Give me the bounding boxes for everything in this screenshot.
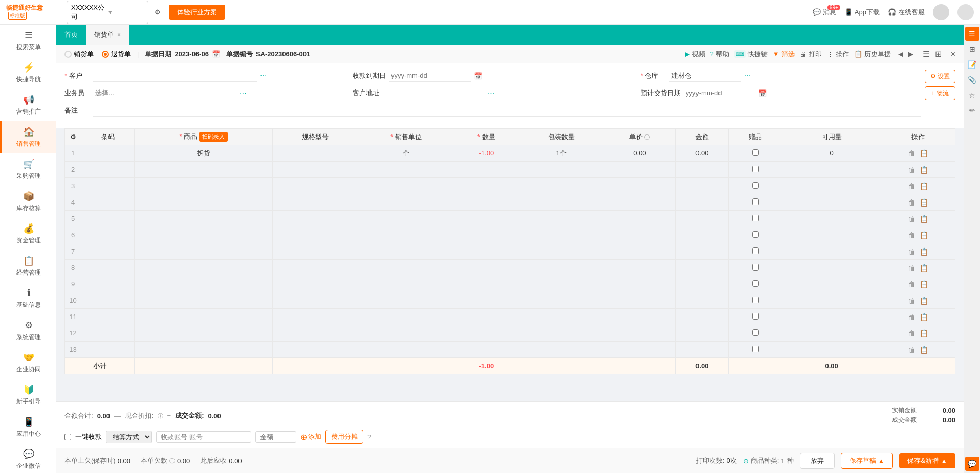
row-gift[interactable] bbox=[729, 342, 782, 358]
row-delete-btn[interactable]: 🗑 bbox=[907, 230, 917, 240]
row-gift[interactable] bbox=[729, 211, 782, 227]
row-spec[interactable] bbox=[272, 260, 358, 276]
row-unit-price[interactable] bbox=[604, 309, 676, 325]
customer-input[interactable] bbox=[93, 70, 257, 82]
row-product[interactable] bbox=[135, 342, 273, 358]
row-product[interactable] bbox=[135, 260, 273, 276]
settlement-method-select[interactable]: 结算方式 bbox=[106, 431, 152, 443]
row-quantity[interactable] bbox=[454, 309, 518, 325]
calendar-icon[interactable]: 📅 bbox=[212, 50, 220, 58]
right-tool-star[interactable]: ☆ bbox=[965, 88, 979, 102]
row-unit[interactable] bbox=[358, 342, 454, 358]
row-unit[interactable]: 个 bbox=[358, 145, 454, 162]
settings-btn[interactable]: ⚙ 设置 bbox=[925, 70, 955, 83]
row-spec[interactable] bbox=[272, 243, 358, 260]
row-barcode[interactable] bbox=[81, 309, 135, 325]
row-amount[interactable]: 0.00 bbox=[676, 145, 729, 162]
expense-split-btn[interactable]: 费用分摊 bbox=[325, 430, 363, 444]
row-spec[interactable] bbox=[272, 162, 358, 178]
row-unit-price[interactable] bbox=[604, 243, 676, 260]
add-payment-btn[interactable]: ⊕ 添加 bbox=[300, 432, 321, 442]
list-view-icon[interactable]: ☰ bbox=[923, 49, 930, 59]
message-btn[interactable]: 💬 消息 99+ bbox=[813, 8, 836, 17]
row-spec[interactable] bbox=[272, 325, 358, 342]
warehouse-input[interactable] bbox=[669, 70, 741, 82]
row-product[interactable] bbox=[135, 276, 273, 292]
row-unit-price[interactable]: 0.00 bbox=[604, 145, 676, 162]
row-pack-qty[interactable] bbox=[518, 342, 604, 358]
row-spec[interactable] bbox=[272, 309, 358, 325]
tab-close-btn[interactable]: × bbox=[117, 31, 121, 38]
row-spec[interactable] bbox=[272, 211, 358, 227]
row-product[interactable] bbox=[135, 211, 273, 227]
right-tool-attachment[interactable]: 📎 bbox=[965, 73, 979, 87]
save-new-btn[interactable]: 保存&新增 ▲ bbox=[899, 453, 955, 468]
row-unit-price[interactable] bbox=[604, 342, 676, 358]
tab-sales-order[interactable]: 销货单 × bbox=[86, 25, 129, 45]
help-btn[interactable]: ? 帮助 bbox=[710, 50, 729, 59]
row-amount[interactable] bbox=[676, 227, 729, 243]
row-gift[interactable] bbox=[729, 276, 782, 292]
row-barcode[interactable] bbox=[81, 342, 135, 358]
row-gift[interactable] bbox=[729, 227, 782, 243]
row-gift[interactable] bbox=[729, 309, 782, 325]
row-unit[interactable] bbox=[358, 325, 454, 342]
row-quantity[interactable] bbox=[454, 292, 518, 309]
row-unit[interactable] bbox=[358, 292, 454, 309]
right-tool-notes[interactable]: 📝 bbox=[965, 57, 979, 72]
row-copy-btn[interactable]: 📋 bbox=[919, 214, 929, 224]
sidebar-item-sales[interactable]: 🏠 销售管理 bbox=[0, 121, 56, 153]
row-barcode[interactable] bbox=[81, 243, 135, 260]
row-copy-btn[interactable]: 📋 bbox=[919, 279, 929, 289]
row-unit[interactable] bbox=[358, 276, 454, 292]
row-quantity[interactable] bbox=[454, 194, 518, 211]
row-barcode[interactable] bbox=[81, 292, 135, 309]
row-amount[interactable] bbox=[676, 260, 729, 276]
row-quantity[interactable] bbox=[454, 260, 518, 276]
row-barcode[interactable] bbox=[81, 260, 135, 276]
row-gift[interactable] bbox=[729, 260, 782, 276]
payment-due-calendar-icon[interactable]: 📅 bbox=[474, 72, 482, 80]
row-barcode[interactable] bbox=[81, 227, 135, 243]
one-click-payment-checkbox[interactable] bbox=[64, 434, 71, 440]
logistics-btn[interactable]: + 物流 bbox=[925, 86, 955, 100]
nav-next-btn[interactable]: ▶ bbox=[908, 50, 913, 58]
row-delete-btn[interactable]: 🗑 bbox=[907, 197, 917, 208]
row-delete-btn[interactable]: 🗑 bbox=[907, 279, 917, 289]
save-draft-btn[interactable]: 保存草稿 ▲ bbox=[841, 453, 894, 469]
app-download-btn[interactable]: 📱 App下载 bbox=[844, 8, 880, 17]
filter-btn[interactable]: ▼ 筛选 bbox=[773, 50, 795, 59]
row-spec[interactable] bbox=[272, 292, 358, 309]
row-quantity[interactable]: -1.00 bbox=[454, 145, 518, 162]
sidebar-item-appcenter[interactable]: 📱 应用中心 bbox=[0, 411, 56, 443]
row-spec[interactable] bbox=[272, 145, 358, 162]
row-unit[interactable] bbox=[358, 178, 454, 194]
row-delete-btn[interactable]: 🗑 bbox=[907, 328, 917, 339]
row-copy-btn[interactable]: 📋 bbox=[919, 296, 929, 306]
avatar-extra[interactable] bbox=[957, 4, 974, 20]
row-barcode[interactable] bbox=[81, 211, 135, 227]
row-unit-price[interactable] bbox=[604, 211, 676, 227]
print-btn[interactable]: 🖨 打印 bbox=[800, 50, 822, 59]
row-spec[interactable] bbox=[272, 342, 358, 358]
row-unit[interactable] bbox=[358, 243, 454, 260]
delivery-date-calendar-icon[interactable]: 📅 bbox=[758, 89, 767, 97]
customer-select-btn[interactable]: ··· bbox=[260, 71, 267, 80]
row-unit[interactable] bbox=[358, 162, 454, 178]
row-amount[interactable] bbox=[676, 243, 729, 260]
sidebar-item-business[interactable]: 📋 经营管理 bbox=[0, 250, 56, 282]
row-pack-qty[interactable] bbox=[518, 292, 604, 309]
row-spec[interactable] bbox=[272, 227, 358, 243]
row-unit-price[interactable] bbox=[604, 162, 676, 178]
row-spec[interactable] bbox=[272, 194, 358, 211]
row-quantity[interactable] bbox=[454, 227, 518, 243]
row-product[interactable] bbox=[135, 292, 273, 309]
owed-help-icon[interactable]: ⓘ bbox=[169, 457, 175, 465]
row-pack-qty[interactable] bbox=[518, 276, 604, 292]
customer-address-select-btn[interactable]: ··· bbox=[488, 88, 494, 98]
row-delete-btn[interactable]: 🗑 bbox=[907, 263, 917, 273]
row-gift[interactable] bbox=[729, 178, 782, 194]
sidebar-item-corpwx[interactable]: 💬 企业微信 bbox=[0, 443, 56, 473]
row-copy-btn[interactable]: 📋 bbox=[919, 165, 929, 175]
row-product[interactable]: 拆货 bbox=[135, 145, 273, 162]
